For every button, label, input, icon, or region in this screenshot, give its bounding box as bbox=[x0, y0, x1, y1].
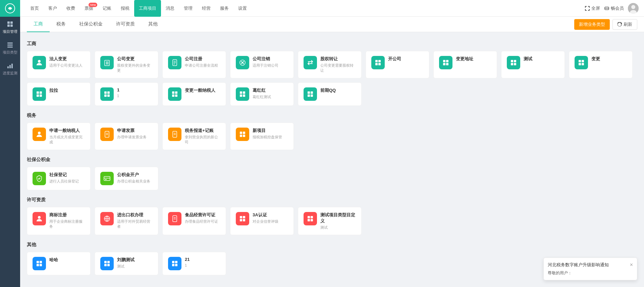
svg-rect-87 bbox=[240, 219, 242, 221]
svg-rect-31 bbox=[375, 63, 378, 65]
nav-settings[interactable]: 设置 bbox=[233, 0, 252, 17]
card-desc-company-register: 申请公司注册全流程 bbox=[185, 63, 220, 68]
sidebar-item-project-type[interactable]: 项目类型 bbox=[0, 38, 20, 58]
svg-point-14 bbox=[631, 5, 635, 9]
nav-billing[interactable]: 收费 bbox=[62, 0, 80, 17]
service-card-3a-cert[interactable]: 3A认证 对企业信誉评级 bbox=[230, 207, 294, 235]
service-card-equity-transfer[interactable]: 股权转让 公司变更需要股权转让 bbox=[298, 51, 362, 78]
card-icon-change-taxpayer bbox=[168, 87, 181, 101]
service-card-num1[interactable]: 1 1 bbox=[95, 82, 158, 106]
card-title-test-type: 测试项目类型目定义 bbox=[320, 212, 356, 224]
nav-operation[interactable]: 经营 bbox=[197, 0, 215, 17]
svg-rect-72 bbox=[240, 132, 242, 134]
sidebar-item-progress-monitor[interactable]: 进度监测 bbox=[0, 58, 20, 79]
svg-rect-19 bbox=[107, 62, 108, 63]
service-card-legal-change[interactable]: 法人变更 适用于公司变更法人 bbox=[27, 51, 91, 78]
tab-xuke[interactable]: 许可资质 bbox=[109, 17, 142, 32]
service-card-test-type[interactable]: 测试项目类型目定义 测试 bbox=[298, 207, 362, 235]
section-gongshang-title: 工商 bbox=[27, 41, 637, 47]
service-card-new-project[interactable]: 新项目 报税加税控盘保管 bbox=[230, 123, 294, 150]
service-card-apply-taxpayer[interactable]: 申请一般纳税人 当月或次月成变更完成 bbox=[27, 123, 91, 150]
card-icon-num1 bbox=[100, 87, 114, 101]
notification-title: 河北税务数字账户升级影响通知 bbox=[548, 262, 609, 268]
tab-shuiwu[interactable]: 税务 bbox=[50, 17, 72, 32]
card-desc-food-permit: 办理食品经营许可证 bbox=[185, 219, 220, 224]
service-card-import-export[interactable]: 进出口权办理 适用于对外贸易经营者 bbox=[95, 207, 158, 235]
service-card-change[interactable]: 变更 bbox=[569, 51, 633, 78]
svg-rect-96 bbox=[40, 264, 42, 266]
nav-customer[interactable]: 客户 bbox=[44, 0, 62, 17]
nav-service[interactable]: 服务 bbox=[215, 0, 233, 17]
notification-body: 尊敬的用户： bbox=[548, 270, 633, 276]
svg-rect-32 bbox=[378, 63, 381, 65]
svg-rect-76 bbox=[104, 176, 110, 181]
card-icon-company-register bbox=[168, 56, 181, 69]
content-area: 工商 税务 社保公积金 许可资质 其他 新增业务类型 刷新 工商 bbox=[20, 17, 644, 287]
service-card-qianqi-qq[interactable]: 前期QQ bbox=[298, 82, 362, 106]
svg-rect-63 bbox=[308, 94, 310, 97]
svg-rect-3 bbox=[7, 24, 10, 27]
svg-rect-94 bbox=[40, 261, 42, 263]
card-icon-change-address bbox=[439, 56, 452, 69]
service-card-company-cancel[interactable]: 公司注销 适用于注销公司 bbox=[230, 51, 294, 78]
svg-rect-78 bbox=[105, 179, 107, 180]
refresh-button[interactable]: 刷新 bbox=[612, 19, 637, 30]
service-card-num21[interactable]: 21 1 bbox=[162, 252, 226, 275]
card-title-apply-invoice: 申请发票 bbox=[117, 128, 153, 134]
svg-point-79 bbox=[38, 216, 41, 219]
card-title-gehonghong: 葛红红 bbox=[253, 87, 288, 93]
svg-rect-39 bbox=[511, 63, 513, 65]
section-shebao-title: 社保公积金 bbox=[27, 157, 637, 163]
tab-shebao[interactable]: 社保公积金 bbox=[72, 17, 109, 32]
svg-rect-74 bbox=[240, 135, 242, 137]
service-card-liupeng-test[interactable]: 刘鹏测试 测试 bbox=[95, 252, 158, 275]
card-icon-haha bbox=[33, 257, 46, 270]
card-title-lala: 拉拉 bbox=[49, 87, 85, 93]
service-card-food-permit[interactable]: 食品经营许可证 办理食品经营许可证 bbox=[162, 207, 226, 235]
svg-rect-57 bbox=[240, 91, 242, 94]
service-card-open-company[interactable]: 开公司 bbox=[366, 51, 429, 78]
nav-tax[interactable]: 报税 bbox=[116, 0, 134, 17]
svg-rect-37 bbox=[511, 60, 513, 62]
service-card-company-register[interactable]: 公司注册 申请公司注册全流程 bbox=[162, 51, 226, 78]
card-title-open-company: 开公司 bbox=[388, 56, 424, 62]
svg-rect-91 bbox=[308, 219, 310, 221]
card-icon-import-export bbox=[100, 212, 114, 225]
nav-bizreg[interactable]: 工商项目 bbox=[134, 0, 161, 17]
notification-close-button[interactable]: × bbox=[630, 262, 633, 268]
fullscreen-btn[interactable]: 全屏 bbox=[585, 5, 600, 11]
top-nav: 首页 客户 收费 票据 new 记账 报税 工商项目 消息 管理 经营 服务 设… bbox=[20, 0, 644, 17]
tab-gongshang[interactable]: 工商 bbox=[27, 17, 50, 32]
service-card-fund-open[interactable]: 公积金开户 办理公积金相关业务 bbox=[95, 167, 158, 190]
card-desc-apply-invoice: 办理申请发票业务 bbox=[117, 135, 153, 140]
nav-home[interactable]: 首页 bbox=[25, 0, 44, 17]
service-card-change-taxpayer[interactable]: 变更一般纳税人 bbox=[162, 82, 226, 106]
nav-message[interactable]: 消息 bbox=[161, 0, 179, 17]
service-card-lala[interactable]: 拉拉 bbox=[27, 82, 91, 106]
service-card-haha[interactable]: 哈哈 bbox=[27, 252, 91, 275]
tab-other[interactable]: 其他 bbox=[142, 17, 164, 32]
nav-manage[interactable]: 管理 bbox=[179, 0, 197, 17]
card-desc-test-type: 测试 bbox=[320, 225, 356, 230]
main-area: 首页 客户 收费 票据 new 记账 报税 工商项目 消息 管理 经营 服务 设… bbox=[20, 0, 644, 287]
svg-rect-6 bbox=[7, 45, 13, 46]
member-btn[interactable]: 畅会员 bbox=[604, 5, 624, 11]
nav-invoice[interactable]: 票据 new bbox=[80, 0, 98, 17]
svg-rect-92 bbox=[311, 219, 313, 221]
new-type-button[interactable]: 新增业务类型 bbox=[574, 19, 610, 30]
service-card-gehonghong[interactable]: 葛红红 葛红红测试 bbox=[230, 82, 294, 106]
card-icon-legal-change bbox=[33, 56, 46, 69]
service-card-trademark[interactable]: 商标注册 用于企业商标注册服务 bbox=[27, 207, 91, 235]
service-card-test[interactable]: 测试 bbox=[501, 51, 565, 78]
service-card-social-register[interactable]: 社保登记 进行人员社保登记 bbox=[27, 167, 91, 190]
avatar[interactable] bbox=[628, 3, 639, 14]
service-card-change-address[interactable]: 变更地址 bbox=[433, 51, 497, 78]
service-card-tax-report-acc[interactable]: 税务报道+记账 拿到营业执照的新公司 bbox=[162, 123, 226, 150]
sidebar: 项目管理 项目类型 进度监测 bbox=[0, 0, 20, 287]
sidebar-item-project-mgmt[interactable]: 项目管理 bbox=[0, 17, 20, 38]
xuke-cards: 商标注册 用于企业商标注册服务 进出口权办理 适用于对外贸易经营者 食品经营许可… bbox=[27, 207, 637, 235]
service-card-company-change[interactable]: 公司变更 股权变更外的业务变更 bbox=[95, 51, 158, 78]
nav-accounting[interactable]: 记账 bbox=[98, 0, 116, 17]
service-card-apply-invoice[interactable]: 申请发票 办理申请发票业务 bbox=[95, 123, 158, 150]
card-title-legal-change: 法人变更 bbox=[49, 56, 85, 62]
